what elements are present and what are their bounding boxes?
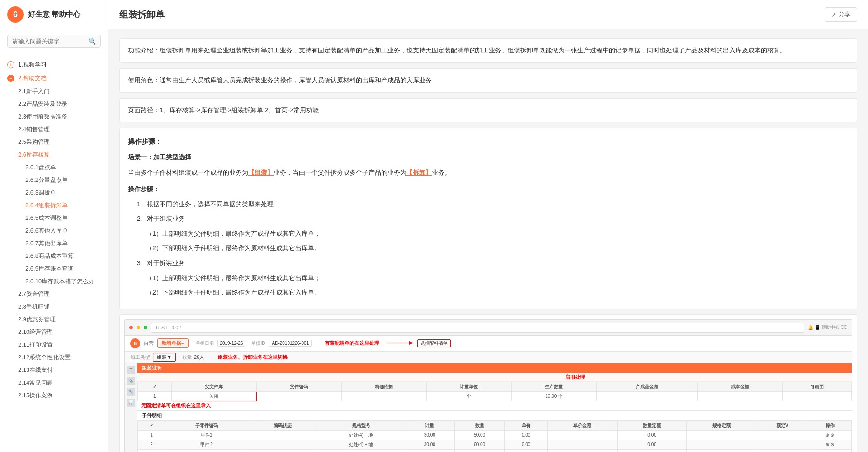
sidebar-item-stock-error[interactable]: 2.6.10库存账本错了怎么办 [0,275,108,288]
step2-2: （2）下部明细为子件明细，最终作为原材料生成其它出库单。 [128,242,849,254]
sidebar-item-payment[interactable]: 2.13在线支付 [0,364,108,376]
annotation-1: 有装配清单的在这里处理 [325,340,379,347]
sidebar-icon-1[interactable]: ☰ [127,366,135,374]
app-type-select[interactable]: 组装▼ [153,353,176,362]
sidebar-item-other-out[interactable]: 2.6.7其他出库单 [0,237,108,250]
col-cost-amt: 成本金额 [698,382,783,391]
browser-chrome: TEST-H002 🔔 📱 帮助中心 CC [125,320,852,336]
col-qty: 生产数量 [511,382,596,391]
path-text: 页面路径：1、库存核算->库存管理->组装拆卸单 2、首页->常用功能 [128,106,319,114]
logo-area: 6 好生意 帮助中心 [0,0,108,29]
app-id-label: 单据ID [251,340,265,347]
sidebar-item-cost-adjust[interactable]: 2.6.5成本调整单 [0,212,108,224]
search-icon[interactable]: 🔍 [88,38,96,45]
lower-row-2: 2 甲件 2 处处(4) + 地 30.00 60.00 0.00 0.00 [138,440,852,449]
nav-tree: + 1.视频学习 − 2.帮助文档 2.1新手入门 2.2产品安装及登录 2.3… [0,53,108,452]
app-body: ☰ 📎 🔧 📊 组装业务 启用处理 [125,363,852,452]
sidebar-item-newbie[interactable]: 2.1新手入门 [0,85,108,98]
sidebar-item-assembly[interactable]: 2.6.4组装拆卸单 [0,199,108,212]
nav-icon-helpdoc: − [7,75,14,82]
sidebar-item-purchase[interactable]: 2.5采购管理 [0,136,108,148]
step2: 2、对于组装业务 [128,213,849,225]
col-check: ✓ [138,382,172,391]
sidebar-item-transfer[interactable]: 2.6.3调拨单 [0,186,108,199]
col-product-amt: 产成品金额 [596,382,698,391]
col-basis: 精确依据 [341,382,426,391]
col-parent-name: 父文件库 [171,382,256,391]
role-text: 使用角色：通常由生产人员或库管人员完成拆装业务的操作，库管人员确认原材料的出库和… [128,76,432,84]
col-parent-code: 父件编码 [256,382,341,391]
sidebar-item-stocktake[interactable]: 2.6.1盘点单 [0,161,108,174]
browser-icons: 🔔 📱 帮助中心 CC [808,324,847,331]
sidebar-item-mobile[interactable]: 2.8手机旺铺 [0,300,108,313]
sidebar-item-helpdoc[interactable]: − 2.帮助文档 [0,71,108,85]
sidebar-item-coupons[interactable]: 2.9优惠券管理 [0,313,108,326]
dot-red [129,326,133,329]
sidebar-item-ops[interactable]: 2.10经营管理 [0,326,108,338]
col-view: 可画面 [783,382,852,391]
annotation-select-btn[interactable]: 选择配料清单 [417,339,451,347]
app-new-btn[interactable]: 新增单据-- [157,338,189,348]
search-box: 🔍 [7,35,101,48]
step2-1: （1）上部明细为父件明细，最终作为产成品生成其它入库单； [128,228,849,240]
parent-name-cell: 关闭 [171,391,256,401]
share-icon: ↗ [831,11,836,18]
sidebar-item-finance[interactable]: 2.7资金管理 [0,288,108,300]
sidebar-item-cost-recalc[interactable]: 2.6.8商品成本重算 [0,250,108,262]
scene1-title: 场景一：加工类型选择 [128,151,849,163]
sidebar-icon-3[interactable]: 🔧 [127,388,135,396]
ops-steps-title-2: 操作步骤： [128,183,849,195]
steps-block: 操作步骤： 场景一：加工类型选择 当由多个子件材料组装成一个成品的业务为【组装】… [119,128,857,309]
sidebar-item-stock-book[interactable]: 2.6.9库存账本查询 [0,262,108,275]
intro-text: 功能介绍：组装拆卸单用来处理企业组装或拆卸等加工业务，支持有固定装配清单的产品加… [128,47,786,54]
sidebar-item-sales[interactable]: 2.4销售管理 [0,123,108,136]
sidebar-item-other-in[interactable]: 2.6.6其他入库单 [0,224,108,237]
sidebar-item-install[interactable]: 2.2产品安装及登录 [0,98,108,110]
intro-block: 功能介绍：组装拆卸单用来处理企业组装或拆卸等加工业务，支持有固定装配清单的产品加… [119,38,857,63]
annotation-4-row: 启用处理 [137,373,852,382]
sidebar-item-dataprep[interactable]: 2.3使用前数据准备 [0,110,108,123]
svg-marker-1 [409,341,414,345]
app-logo-text: 好生意 帮助中心 [28,10,80,19]
search-area: 🔍 [0,29,108,53]
sidebar-icon-4[interactable]: 📊 [127,399,135,407]
page-title: 组装拆卸单 [119,9,165,21]
sidebar-icon-2[interactable]: 📎 [127,377,135,385]
lower-row-1: 1 甲件1 处处(4) + 地 30.00 50.00 0.00 0.00 [138,430,852,440]
sidebar-item-inventory[interactable]: 2.6库存核算 [0,148,108,161]
sidebar-item-customize[interactable]: 2.12系统个性化设置 [0,351,108,364]
annotation-3: 组装业务、拆卸业务在这里切换 [218,354,288,361]
sidebar-item-cases[interactable]: 2.15操作案例 [0,389,108,402]
annotation-5: 无固定清单可在组织在这里录入 [137,401,852,410]
step3-1: （1）上部明细为父件明细，最终作为原材料生成其它出库单； [128,272,849,284]
lower-row-3: 3 [138,449,852,452]
upper-table-row-1: 1 关闭 个 10.00 个 [138,391,852,401]
dot-green [144,326,147,329]
annotation-arrow-1 [387,340,414,347]
sidebar: 6 好生意 帮助中心 🔍 + 1.视频学习 − 2.帮助文档 2.1新手入门 2… [0,0,108,452]
content-area: 功能介绍：组装拆卸单用来处理企业组装或拆卸等加工业务，支持有固定装配清单的产品加… [108,29,868,452]
ops-title: 操作步骤： [128,135,849,148]
sidebar-item-video[interactable]: + 1.视频学习 [0,58,108,71]
app-screenshot-content: 6 自营 新增单据-- 单据日期 2019-12-26 单据ID AD-2019… [125,336,852,452]
annotation-4: 启用处理 [565,374,585,381]
share-button[interactable]: ↗ 分享 [825,7,857,22]
search-input[interactable] [12,38,88,45]
lower-table: ✓ 子零件编码 编码状态 规格型号 计量 数量 单价 单价金额 数量定额 [137,421,852,452]
screenshot-image: TEST-H002 🔔 📱 帮助中心 CC 6 自营 新增单据-- 单据日期 2… [124,319,852,452]
nav-icon-video: + [7,61,14,68]
annotation-row-2: 加工类型 组装▼ 数量 26人 组装业务、拆卸业务在这里切换 [125,352,852,363]
sidebar-item-partial-stocktake[interactable]: 2.6.2分量盘点单 [0,174,108,186]
app-logo-icon: 6 [7,6,24,23]
step3: 3、对于拆装业务 [128,257,849,269]
step3-2: （2）下部明细为子件明细，最终作为产成品生成其它入库单。 [128,286,849,299]
app-date-value: 2019-12-26 [217,340,245,347]
col-unit: 计量单位 [426,382,511,391]
app-type-label: 加工类型 [130,354,150,361]
main-area: 组装拆卸单 ↗ 分享 功能介绍：组装拆卸单用来处理企业组装或拆卸等加工业务，支持… [108,0,868,452]
scene1-desc: 当由多个子件材料组装成一个成品的业务为【组装】业务，当由一个父件拆分成多个子产品… [128,167,849,179]
sidebar-item-faq[interactable]: 2.14常见问题 [0,376,108,389]
browser-address-bar: TEST-H002 [151,323,804,333]
sidebar-item-print[interactable]: 2.11打印设置 [0,338,108,351]
lower-section-title: 子件明细 [137,410,852,421]
